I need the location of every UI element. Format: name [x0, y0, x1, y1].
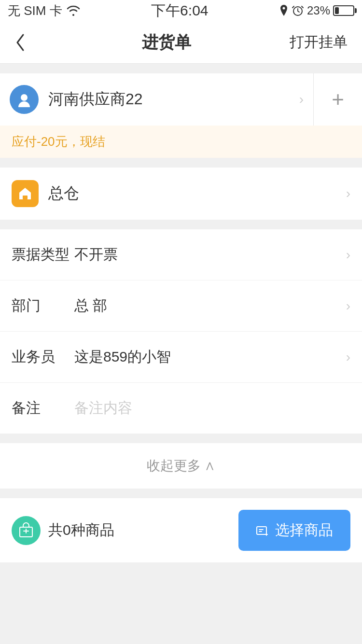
sim-text: 无 SIM 卡: [8, 2, 62, 19]
back-button[interactable]: [14, 33, 43, 52]
warehouse-icon: [12, 180, 39, 207]
location-icon: [279, 4, 289, 17]
salesman-row[interactable]: 业务员 这是859的小智 ›: [0, 332, 362, 383]
collapse-label: 收起更多 ∧: [147, 457, 216, 475]
form-section: 票据类型 不开票 › 部门 总 部 › 业务员 这是859的小智 › 备注 备注…: [0, 229, 362, 434]
remark-placeholder: 备注内容: [74, 398, 350, 418]
salesman-value: 这是859的小智: [74, 347, 341, 367]
info-banner: 应付-20元，现结: [0, 126, 362, 158]
collapse-section[interactable]: 收起更多 ∧: [0, 443, 362, 489]
supplier-name: 河南供应商22: [48, 89, 294, 110]
status-right: 23%: [279, 4, 354, 17]
nav-bar: 进货单 打开挂单: [0, 21, 362, 64]
invoice-type-row[interactable]: 票据类型 不开票 ›: [0, 229, 362, 280]
department-chevron-icon: ›: [346, 298, 350, 314]
product-info: 共0种商品: [12, 516, 114, 545]
wifi-icon: [66, 5, 81, 16]
section-divider-1: [0, 64, 362, 73]
department-label: 部门: [12, 296, 74, 316]
status-bar: 无 SIM 卡 下午6:04 23%: [0, 0, 362, 21]
svg-point-0: [282, 7, 285, 10]
product-icon: [12, 516, 41, 545]
warehouse-chevron-icon: ›: [346, 186, 350, 201]
page-background: [0, 562, 362, 644]
battery-text: 23%: [307, 4, 330, 17]
bottom-bar: 共0种商品 选择商品: [0, 498, 362, 562]
invoice-chevron-icon: ›: [346, 247, 350, 263]
supplier-chevron-icon: ›: [299, 92, 304, 107]
status-left: 无 SIM 卡: [8, 2, 81, 19]
warehouse-name: 总仓: [48, 183, 341, 204]
invoice-type-label: 票据类型: [12, 245, 74, 265]
select-product-label: 选择商品: [275, 520, 333, 540]
supplier-avatar: [10, 85, 39, 114]
salesman-chevron-icon: ›: [346, 350, 350, 365]
svg-rect-3: [23, 196, 28, 199]
page-title: 进货单: [142, 31, 191, 54]
salesman-label: 业务员: [12, 347, 74, 367]
invoice-type-value: 不开票: [74, 245, 341, 265]
remark-row[interactable]: 备注 备注内容: [0, 383, 362, 434]
supplier-selector[interactable]: 河南供应商22 ›: [0, 73, 314, 126]
product-count: 共0种商品: [48, 520, 114, 540]
status-time: 下午6:04: [151, 1, 208, 21]
warehouse-selector[interactable]: 总仓 ›: [0, 168, 362, 220]
open-pending-button[interactable]: 打开挂单: [290, 32, 348, 52]
remark-label: 备注: [12, 398, 74, 418]
alarm-icon: [292, 4, 304, 17]
department-row[interactable]: 部门 总 部 ›: [0, 280, 362, 332]
add-supplier-button[interactable]: +: [314, 73, 362, 126]
department-value: 总 部: [74, 296, 341, 316]
select-product-button[interactable]: 选择商品: [238, 510, 350, 551]
svg-point-2: [21, 94, 28, 101]
battery-icon: [333, 5, 354, 16]
supplier-section: 河南供应商22 › +: [0, 73, 362, 126]
